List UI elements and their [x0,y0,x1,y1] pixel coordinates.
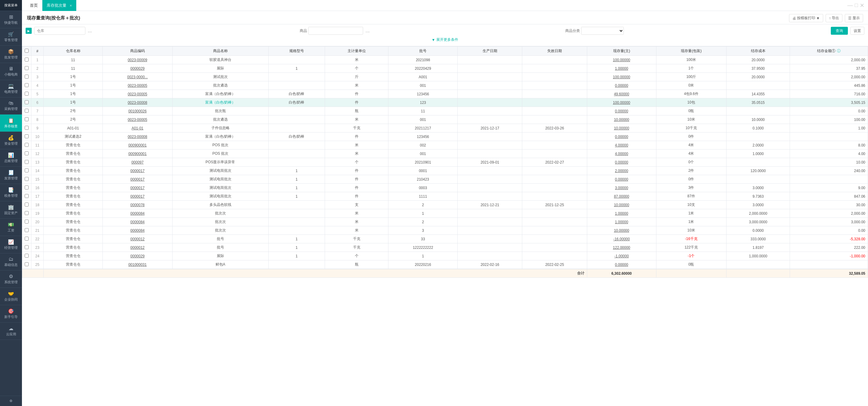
row-checkbox[interactable] [25,151,29,155]
row-checkbox[interactable] [25,219,29,224]
row-checkbox-cell[interactable] [22,133,31,141]
row-checkbox[interactable] [25,126,29,130]
row-checkbox-cell[interactable] [22,141,31,149]
row-checkbox-cell[interactable] [22,98,31,107]
sidebar-item-ecom[interactable]: 💻 电商管理 [0,80,22,98]
sidebar-item-ops[interactable]: 📈 经营管理 [0,236,22,253]
row-code[interactable]: 001000026 [103,107,173,115]
row-code[interactable]: 000900001 [103,149,173,158]
warehouse-input[interactable] [34,27,85,35]
row-code[interactable]: 000097 [103,158,173,167]
col-checkbox[interactable] [22,46,31,56]
row-qty-main[interactable]: 0.00000 [587,261,656,269]
sidebar-item-mini-ecom[interactable]: 🖥 小额电商 [0,63,22,80]
row-checkbox-cell[interactable] [22,115,31,124]
row-code[interactable]: 0023-00005 [103,81,173,90]
sidebar-item-tax[interactable]: 📑 税务管理 [0,184,22,201]
filter-expand-button[interactable]: ▶ [26,28,32,34]
row-checkbox-cell[interactable] [22,192,31,201]
row-checkbox[interactable] [25,254,29,258]
row-qty-main[interactable]: 122.00000 [587,243,656,252]
sidebar-item-stats[interactable]: 📊 总账管理 [0,149,22,167]
row-checkbox[interactable] [25,211,29,215]
row-checkbox-cell[interactable] [22,201,31,209]
row-code[interactable]: 0000017 [103,184,173,192]
row-qty-main[interactable]: 0.00000 [587,158,656,167]
row-checkbox-cell[interactable] [22,81,31,90]
row-qty-main[interactable]: 100.00000 [587,73,656,81]
row-checkbox-cell[interactable] [22,167,31,175]
row-code[interactable]: 0000084 [103,209,173,218]
row-checkbox[interactable] [25,92,29,96]
row-qty-main[interactable]: 4.00000 [587,149,656,158]
tab-inventory-batch[interactable]: 库存批次量 ✕ [42,0,76,11]
row-checkbox-cell[interactable] [22,209,31,218]
row-qty-main[interactable]: 1.00000 [587,64,656,73]
row-qty-main[interactable]: 10.00000 [587,124,656,133]
row-code[interactable]: 0023-0000... [103,73,173,81]
sidebar-item-new-guide[interactable]: 🎯 新手引导 [0,305,22,323]
row-checkbox[interactable] [25,245,29,249]
row-checkbox-cell[interactable] [22,149,31,158]
window-minimize-icon[interactable]: — [847,2,853,8]
row-checkbox-cell[interactable] [22,64,31,73]
row-qty-main[interactable]: 0.00000 [587,81,656,90]
row-qty-main[interactable]: 10.00000 [587,115,656,124]
row-checkbox-cell[interactable] [22,158,31,167]
row-qty-main[interactable]: 100.00000 [587,98,656,107]
row-checkbox[interactable] [25,117,29,121]
row-code[interactable]: 0000017 [103,175,173,184]
row-code[interactable]: 0023-00005 [103,90,173,98]
row-code[interactable]: 0000017 [103,167,173,175]
row-code[interactable]: 0000017 [103,192,173,201]
row-checkbox-cell[interactable] [22,56,31,64]
sidebar-item-sys-mgmt[interactable]: ⚙ 系统管理 [0,270,22,288]
window-restore-icon[interactable]: □ [855,2,858,8]
row-qty-main[interactable]: 0.00000 [587,133,656,141]
row-qty-main[interactable]: 0.00000 [587,175,656,184]
row-qty-main[interactable]: 3.00000 [587,184,656,192]
row-checkbox[interactable] [25,83,29,87]
row-code[interactable]: 0023-00005 [103,115,173,124]
row-checkbox[interactable] [25,100,29,104]
row-code[interactable]: 001000031 [103,261,173,269]
row-checkbox-cell[interactable] [22,73,31,81]
sidebar-item-base-info[interactable]: 🗂 基础信息 [0,253,22,270]
row-code[interactable]: 000900001 [103,141,173,149]
tab-home[interactable]: 首页 [26,0,42,11]
sidebar-item-assets[interactable]: 💰 资金管理 [0,132,22,149]
row-checkbox[interactable] [25,143,29,147]
display-button[interactable]: ☰ 显示 [845,14,863,22]
sidebar-item-enterprise[interactable]: 🤝 企业协同 [0,288,22,305]
row-checkbox[interactable] [25,58,29,62]
row-code[interactable]: 0000078 [103,201,173,209]
sidebar-item-cloud-app[interactable]: ☁ 云应用 [0,323,22,340]
sidebar-item-inventory[interactable]: 📋 库存核查 [0,114,22,132]
sidebar-item-purchase[interactable]: 🛍 采购管理 [0,98,22,114]
row-code[interactable]: 0000012 [103,235,173,243]
row-checkbox-cell[interactable] [22,184,31,192]
row-checkbox[interactable] [25,109,29,113]
row-qty-main[interactable]: 10.00000 [587,226,656,235]
row-code[interactable]: 0023-00009 [103,56,173,64]
row-qty-main[interactable]: 0.00000 [587,107,656,115]
row-checkbox-cell[interactable] [22,226,31,235]
row-qty-main[interactable]: 1.00000 [587,218,656,226]
tab-close-icon[interactable]: ✕ [69,4,72,7]
row-qty-main[interactable]: 10.00000 [587,201,656,209]
row-qty-main[interactable]: 2.00000 [587,167,656,175]
sidebar-item-wholesale[interactable]: 📦 批发管理 [0,46,22,63]
row-checkbox[interactable] [25,75,29,78]
row-checkbox-cell[interactable] [22,124,31,133]
window-close-icon[interactable]: ✕ [860,2,864,9]
row-qty-main[interactable]: 100.00000 [587,56,656,64]
row-code[interactable]: 0000084 [103,218,173,226]
row-checkbox[interactable] [25,237,29,241]
row-checkbox[interactable] [25,262,29,266]
row-checkbox-cell[interactable] [22,252,31,261]
row-code[interactable]: A01-01 [103,124,173,133]
row-code[interactable]: 0000012 [103,243,173,252]
row-checkbox[interactable] [25,228,29,232]
row-checkbox[interactable] [25,66,29,70]
row-checkbox[interactable] [25,194,29,198]
